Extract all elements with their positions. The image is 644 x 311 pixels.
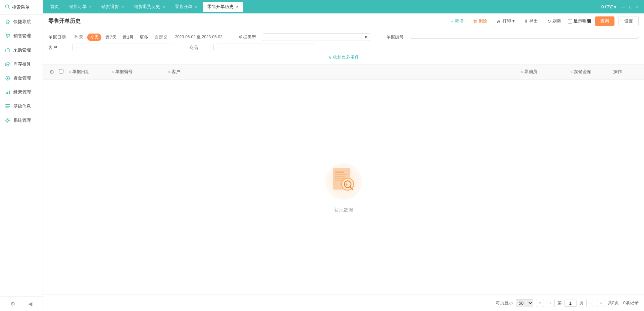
doc-type-label: 单据类型 [239,34,257,40]
today-btn[interactable]: 今天 [87,34,101,41]
window-close[interactable]: × [636,4,639,9]
col-customer[interactable]: ⇅ 客户 [168,69,518,75]
sidebar-item-label: 采购管理 [13,47,31,53]
query-button[interactable]: 查询 [595,16,614,26]
sidebar-item-system[interactable]: 系统管理 [0,113,43,127]
tab-sales-order[interactable]: 销售订单 × [64,2,96,12]
sidebar-item-label: 基础信息 [13,103,31,109]
sidebar-search[interactable]: 搜索采单 [0,0,43,15]
tab-sales-order-close[interactable]: × [89,5,91,9]
export-button[interactable]: ⬇ 导出 [522,17,541,25]
total-info: 共0页，0条记录 [608,300,639,306]
export-icon: ⬇ [524,19,528,24]
col-date[interactable]: ⇅ 单据日期 [68,69,109,75]
chevron-up-icon: ∧ [328,55,332,60]
svg-point-14 [7,120,9,121]
svg-point-3 [7,37,8,38]
tab-sales-return-history[interactable]: 销货退货历史 × [129,2,169,12]
collapse-sidebar-icon[interactable]: ◀ [28,301,32,307]
svg-rect-6 [7,64,9,66]
info-icon [5,103,11,109]
svg-line-1 [8,8,10,9]
sidebar-item-sales[interactable]: 销售管理 [0,29,43,43]
svg-rect-8 [6,93,7,94]
col-num[interactable]: ⇅ 单据编号 [111,69,165,75]
sort-icon: ⇅ [168,70,170,74]
settings-button[interactable]: 设置 [618,16,639,26]
col-num-label: 单据编号 [115,69,133,75]
display-toggle-checkbox[interactable] [568,19,572,23]
tab-home[interactable]: 首页 [46,2,64,12]
sidebar-item-label: 经营管理 [13,89,31,95]
tab-retail-history[interactable]: 零售开单历史 × [203,2,243,12]
delete-button[interactable]: 🗑 删除 [470,17,490,25]
sidebar-search-label: 搜索采单 [12,4,30,10]
page-input[interactable] [564,300,577,307]
tab-retail-history-close[interactable]: × [236,5,238,9]
chart-icon [5,89,11,95]
svg-rect-5 [6,49,10,52]
cart-icon [5,33,11,39]
display-toggle[interactable]: 显示明细 [568,18,591,24]
sidebar-item-inventory[interactable]: 库存核算 [0,57,43,71]
display-toggle-label: 显示明细 [574,18,591,24]
refresh-button[interactable]: ↻ 刷新 [545,17,564,25]
doc-num-input[interactable] [410,36,639,39]
col-amount-label: 实销金额 [574,69,591,75]
chevron-down-icon: ▾ [365,35,367,40]
table-select-all[interactable] [59,69,66,74]
customer-filter-label: 客户 [48,45,67,51]
select-all-checkbox[interactable] [59,69,63,73]
sidebar-item-basic[interactable]: 基础信息 [0,99,43,113]
tab-retail-history-label: 零售开单历史 [207,4,234,10]
refresh-icon: ↻ [547,19,551,24]
tab-sales-return-history-close[interactable]: × [163,5,165,9]
sidebar-item-quick-nav[interactable]: 快捷导航 [0,15,43,29]
table-settings-icon[interactable]: ⚙ [47,67,56,76]
sidebar-bottom: ⚙ ◀ [0,296,43,311]
window-maximize[interactable]: □ [630,4,632,9]
sidebar-item-operation[interactable]: 经营管理 [0,85,43,99]
svg-rect-13 [5,107,9,108]
settings-bottom-icon[interactable]: ⚙ [10,301,15,307]
pagination: 每页显示 50 20 100 « ‹ 第 页 › » 共0页，0条记录 [43,295,644,311]
svg-rect-17 [335,171,344,173]
print-button[interactable]: 🖨 打印 ▾ [494,17,517,25]
window-minimize[interactable]: — [621,4,626,9]
custom-btn[interactable]: 自定义 [152,34,169,41]
col-guide[interactable]: ⇅ 导购员 [521,69,567,75]
sort-icon: ⇅ [68,70,71,74]
sidebar-item-finance[interactable]: 资金管理 [0,71,43,85]
sort-icon: ⇅ [111,70,114,74]
customer-input[interactable]: ··· [72,44,173,51]
filter-row-2: 客户 ··· 商品 ··· [48,44,639,51]
prev-page-btn[interactable]: ‹ [547,299,555,307]
col-amount[interactable]: ⇅ 实销金额 [570,69,610,75]
gear-icon [5,117,11,123]
tab-sales-return-close[interactable]: × [121,5,123,9]
search-icon [5,4,10,10]
tab-sales-return[interactable]: 销货退货 × [97,2,128,12]
last-page-btn[interactable]: » [597,299,605,307]
week-btn[interactable]: 近7天 [103,34,118,41]
sidebar-item-purchase[interactable]: 采购管理 [0,43,43,57]
first-page-btn[interactable]: « [536,299,544,307]
sidebar: 搜索采单 快捷导航 销售管理 采购管理 库存核算 资金管理 经营 [0,0,43,311]
goods-filter-label: 商品 [189,45,208,51]
month-btn[interactable]: 近1月 [120,34,136,41]
sidebar-item-label: 系统管理 [13,117,31,123]
tab-retail-open-close[interactable]: × [195,5,197,9]
more-date-btn[interactable]: 更多 [138,34,150,41]
next-page-btn[interactable]: › [586,299,594,307]
sort-icon: ⇅ [521,70,523,74]
yesterday-btn[interactable]: 昨天 [72,34,85,41]
tab-retail-open[interactable]: 零售开单 × [170,2,202,12]
svg-rect-21 [335,180,343,181]
add-button[interactable]: + + 新增 新增 [448,17,466,25]
doc-type-select[interactable]: ▾ [263,33,370,41]
collapse-conditions-btn[interactable]: ∧ 收起更多条件 [328,54,359,60]
top-navigation: 首页 销售订单 × 销货退货 × 销货退货历史 × 零售开单 × 零售开单历史 … [43,0,644,13]
home-icon [5,19,11,25]
goods-input[interactable]: ··· [213,44,314,51]
page-size-select[interactable]: 50 20 100 [516,299,533,307]
